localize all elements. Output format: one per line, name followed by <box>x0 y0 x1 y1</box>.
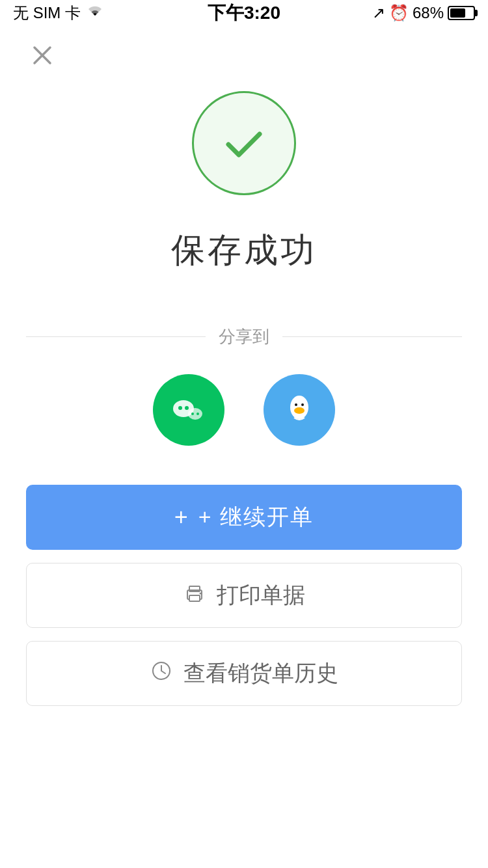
success-circle <box>192 91 296 195</box>
wechat-icon <box>168 389 210 431</box>
share-section: 分享到 <box>26 325 462 446</box>
svg-point-4 <box>185 406 189 410</box>
history-icon <box>150 659 173 688</box>
print-label: 打印单据 <box>217 580 305 610</box>
wechat-share-button[interactable] <box>153 374 224 446</box>
divider-row: 分享到 <box>26 325 462 348</box>
battery-percent: 68% <box>413 4 444 22</box>
svg-rect-15 <box>189 595 200 601</box>
status-bar: 无 SIM 卡 下午3:20 ↗ ⏰ 68% <box>0 0 488 26</box>
alarm-icon: ⏰ <box>389 4 409 22</box>
history-button[interactable]: 查看销货单历史 <box>26 641 462 706</box>
svg-point-13 <box>294 407 305 414</box>
printer-icon <box>183 581 206 610</box>
wifi-icon <box>86 4 104 22</box>
divider-left <box>26 336 206 337</box>
svg-point-7 <box>197 413 199 415</box>
location-icon: ↗ <box>372 4 385 22</box>
close-button[interactable] <box>26 39 59 72</box>
status-time: 下午3:20 <box>208 1 280 25</box>
svg-point-6 <box>191 413 194 415</box>
svg-point-5 <box>188 408 202 420</box>
divider-right <box>282 336 462 337</box>
main-content: 保存成功 分享到 <box>0 26 488 868</box>
continue-order-button[interactable]: + + 继续开单 <box>26 485 462 550</box>
share-icons <box>153 374 335 446</box>
sim-status: 无 SIM 卡 <box>13 3 81 23</box>
success-title: 保存成功 <box>171 228 317 273</box>
status-left: 无 SIM 卡 <box>13 3 104 23</box>
checkmark-icon <box>218 117 270 169</box>
qq-share-button[interactable] <box>264 374 335 446</box>
success-section: 保存成功 <box>171 91 317 273</box>
svg-point-12 <box>301 403 304 406</box>
svg-point-3 <box>178 406 182 410</box>
share-label: 分享到 <box>219 325 269 348</box>
actions-section: + + 继续开单 打印单据 查看销货单历史 <box>26 485 462 706</box>
svg-point-17 <box>200 593 202 595</box>
qq-icon <box>278 389 320 431</box>
history-label: 查看销货单历史 <box>183 658 338 688</box>
continue-order-label: + 继续开单 <box>198 502 314 532</box>
close-icon <box>31 44 54 67</box>
plus-icon: + <box>174 504 188 531</box>
svg-point-11 <box>295 403 297 406</box>
status-right: ↗ ⏰ 68% <box>372 4 475 22</box>
print-button[interactable]: 打印单据 <box>26 563 462 628</box>
battery-icon <box>448 6 475 20</box>
